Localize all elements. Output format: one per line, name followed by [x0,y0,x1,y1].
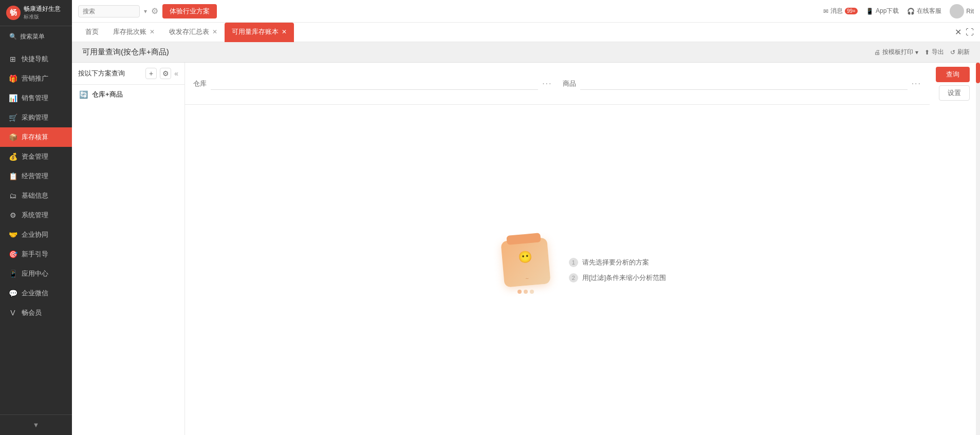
online-service-group[interactable]: 🎧 在线客服 [907,7,941,15]
sidebar-header: 畅 畅康通好生意 标准版 [0,0,72,26]
industry-btn[interactable]: 体验行业方案 [162,4,217,18]
product-field: 商品 ··· [563,78,922,90]
search-menu-button[interactable]: 🔍 搜索菜单 [6,30,66,43]
message-icon: ✉ [823,8,828,15]
filter-item-warehouse-product[interactable]: 🔄 仓库+商品 [72,85,184,104]
export-button[interactable]: ⬆ 导出 [924,48,944,56]
user-avatar [950,4,964,18]
user-info[interactable]: Rit [950,4,974,18]
filter-item-label: 仓库+商品 [92,90,123,99]
tab-close-icon[interactable]: ✕ [282,28,287,35]
empty-state: 😶 ~ 1 请先选择要分析的方案 2 [185,105,976,435]
sidebar-logo-icon: 畅 [6,6,21,20]
sidebar-item-inventory[interactable]: 📦 库存核算 [0,127,72,147]
sidebar-search: 🔍 搜索菜单 [0,26,72,47]
finance-icon: 💰 [8,152,17,161]
purchase-icon: 🛒 [8,113,17,122]
sidebar-logo-text: 畅康通好生意 标准版 [24,5,61,21]
sidebar-item-marketing[interactable]: 🎁 营销推广 [0,69,72,88]
topbar-right: ✉ 消息 99+ 📱 App下载 🎧 在线客服 Rit [823,4,974,18]
query-fields: 仓库 ··· 商品 ··· [185,63,930,105]
query-area: 仓库 ··· 商品 ··· 查询 设置 [185,63,976,435]
printer-icon: 🖨 [874,49,880,56]
query-actions: 查询 设置 [930,63,976,105]
topbar-gear-icon[interactable]: ⚙ [151,6,158,16]
tab-bar: 首页 库存批次账 ✕ 收发存汇总表 ✕ 可用量库存账本 ✕ ✕ ⛶ [72,23,980,42]
search-menu-label: 搜索菜单 [20,32,45,41]
settings-button[interactable]: 设置 [939,85,970,101]
warehouse-dots-button[interactable]: ··· [542,79,552,88]
sidebar-item-app-center[interactable]: 📱 应用中心 [0,264,72,283]
topbar-search-input[interactable] [78,5,140,17]
filter-panel-actions: + ⚙ « [145,68,178,79]
sidebar-scroll-down[interactable]: ▼ [4,419,68,431]
logo-name: 畅康通好生意 [24,5,61,13]
settings-scheme-button[interactable]: ⚙ [160,68,171,79]
tab-label: 首页 [85,27,99,36]
sidebar-item-enterprise[interactable]: 🤝 企业协同 [0,225,72,244]
sidebar-footer: ▼ [0,414,72,435]
sidebar-item-member[interactable]: V 畅会员 [0,303,72,323]
tab-label: 收发存汇总表 [169,27,209,36]
query-button[interactable]: 查询 [936,67,970,82]
sidebar-item-label: 企业微信 [22,289,48,298]
export-label: 导出 [932,48,944,56]
topbar: ▾ ⚙ 体验行业方案 ✉ 消息 99+ 📱 App下载 🎧 在线客服 Rit [72,0,980,23]
sidebar-item-guide[interactable]: 🎯 新手引导 [0,244,72,264]
export-icon: ⬆ [924,49,930,56]
chevron-down-icon: ▾ [915,49,918,56]
hint-num-1: 1 [569,258,578,267]
sidebar-item-label: 经营管理 [22,172,48,181]
tab-label: 可用量库存账本 [232,27,279,36]
collapse-panel-button[interactable]: « [174,69,178,78]
product-input[interactable] [580,78,908,90]
sidebar-item-quick-nav[interactable]: ⊞ 快捷导航 [0,49,72,69]
tabs-actions: ✕ ⛶ [955,27,974,37]
topbar-chevron-icon[interactable]: ▾ [144,8,147,15]
basic-info-icon: 🗂 [8,191,17,200]
warehouse-input[interactable] [211,78,538,90]
filter-panel-title: 按以下方案查询 [78,69,125,78]
tab-receive-summary[interactable]: 收发存汇总表 ✕ [162,23,225,42]
sidebar: 畅 畅康通好生意 标准版 🔍 搜索菜单 ⊞ 快捷导航 🎁 营销推广 📊 销售管理… [0,0,72,435]
app-download-group[interactable]: 📱 App下载 [866,7,899,15]
tabs-expand-button[interactable]: ⛶ [966,28,974,37]
filter-panel-header: 按以下方案查询 + ⚙ « [72,63,184,85]
sidebar-item-sales[interactable]: 📊 销售管理 [0,88,72,108]
sidebar-item-label: 库存核算 [22,133,48,142]
filter-panel: 按以下方案查询 + ⚙ « 🔄 仓库+商品 [72,63,185,435]
logo-version: 标准版 [24,13,61,21]
refresh-button[interactable]: ↺ 刷新 [950,48,970,56]
tab-close-icon[interactable]: ✕ [212,28,217,35]
sidebar-item-operations[interactable]: 📋 经营管理 [0,166,72,186]
app-download-label: App下载 [876,7,899,15]
hint-text-1: 请先选择要分析的方案 [582,258,649,267]
sidebar-item-purchase[interactable]: 🛒 采购管理 [0,108,72,127]
tab-batch-ledger[interactable]: 库存批次账 ✕ [106,23,162,42]
empty-hints: 1 请先选择要分析的方案 2 用[过滤]条件来缩小分析范围 [569,258,666,282]
tab-available-ledger[interactable]: 可用量库存账本 ✕ [225,23,294,42]
tab-close-icon[interactable]: ✕ [150,28,155,35]
tab-label: 库存批次账 [113,27,146,36]
right-scrollbar[interactable] [976,63,980,435]
product-dots-button[interactable]: ··· [912,79,921,88]
refresh-icon: ↺ [950,49,955,56]
tab-home[interactable]: 首页 [78,23,106,42]
sidebar-item-label: 快捷导航 [22,54,48,64]
tabs-close-all-button[interactable]: ✕ [955,27,961,37]
refresh-label: 刷新 [957,48,970,56]
app-download-icon: 📱 [866,8,874,15]
sidebar-item-basic-info[interactable]: 🗂 基础信息 [0,186,72,205]
wechat-icon: 💬 [8,289,17,298]
scrollbar-thumb[interactable] [976,63,980,83]
add-scheme-button[interactable]: + [145,68,157,79]
message-label: 消息 [830,7,843,15]
user-name: Rit [966,8,974,15]
sidebar-item-finance[interactable]: 💰 资金管理 [0,147,72,166]
sidebar-item-wechat[interactable]: 💬 企业微信 [0,283,72,303]
message-group[interactable]: ✉ 消息 99+ [823,7,858,15]
sidebar-item-system[interactable]: ⚙ 系统管理 [0,205,72,225]
print-template-button[interactable]: 🖨 按模板打印 ▾ [874,48,918,56]
online-service-label: 在线客服 [917,7,941,15]
operations-icon: 📋 [8,172,17,181]
